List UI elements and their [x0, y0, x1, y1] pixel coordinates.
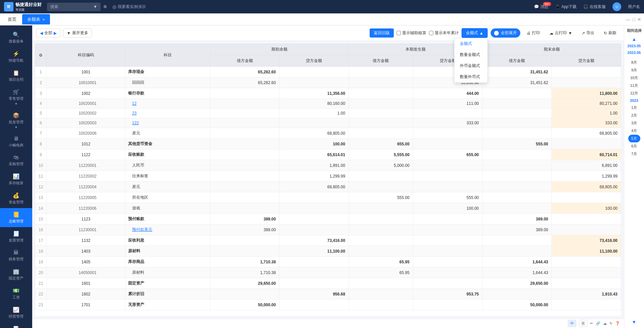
tab-close-icon[interactable]: ✕ [42, 18, 45, 21]
sidebar-item-assets[interactable]: 🏢 固定资产 [0, 265, 32, 284]
sidebar-item-retail[interactable]: 🛒 零售管理 ▼ [0, 85, 32, 109]
subject-name[interactable]: 23 [125, 109, 210, 118]
window-close[interactable]: ✕ [637, 17, 641, 22]
subject-code: 1122 [47, 149, 125, 160]
demo-link[interactable]: ◎ 我要看实例演示 [112, 4, 146, 10]
scroll-down-btn[interactable]: ▼ [631, 319, 637, 325]
return-old-btn[interactable]: 返回旧版 [370, 28, 394, 38]
close-debit-cell [482, 182, 552, 192]
sync-icon[interactable]: ↻ [609, 321, 612, 326]
sidebar-item-purchase[interactable]: 🛍 采购管理 [0, 151, 32, 170]
scroll-up-btn[interactable]: ▲ [631, 36, 637, 43]
toggle-circle [494, 31, 499, 36]
sidebar-item-ledger[interactable]: 📒 总账管理 [0, 208, 32, 227]
window-minimize[interactable]: — [626, 17, 631, 22]
month-6[interactable]: 6月 [628, 142, 640, 150]
cur-credit-cell: 655.00 [413, 149, 482, 160]
refresh-btn[interactable]: ↻ 刷新 [600, 28, 620, 38]
auxiliary-checkbox[interactable] [396, 31, 401, 35]
amount-style-btn[interactable]: 金额式 ▲ [462, 28, 488, 38]
subject-code: 10020006 [47, 128, 125, 139]
cloud-save-icon[interactable]: ☁ [603, 321, 607, 326]
print-btn[interactable]: 🖨 打印 [523, 28, 543, 38]
top-bar: 财 畅捷通好业财 专业版 搜索 ▼ ⚙ ◎ 我要看实例演示 💬 消息 99+ 📱… [0, 0, 644, 13]
quicknav-icon: ⚡ [13, 51, 19, 57]
cur-credit-cell [413, 182, 482, 192]
cur-credit-cell [413, 139, 482, 149]
month-12[interactable]: 12月 [628, 89, 640, 97]
cur-credit-cell: 444.00 [413, 88, 482, 99]
settings-col-header[interactable]: ⚙ [35, 44, 47, 67]
close-debit-cell [482, 289, 552, 300]
month-7[interactable]: 7月 [628, 150, 640, 158]
sidebar-item-invoice[interactable]: 🧾 发票管理 [0, 227, 32, 246]
edit-icon[interactable]: ✏ [590, 321, 593, 326]
month-9[interactable]: 9月 [628, 66, 640, 74]
close-credit-cell: 100.00 [552, 203, 621, 214]
menu-foreign-amount[interactable]: 外币金额式 [454, 60, 487, 71]
close-credit-cell: 80,271.00 [552, 99, 621, 109]
show-auxiliary-check[interactable]: 显示辅助核算 [396, 30, 426, 36]
online-service-btn[interactable]: 🎧 在线客服 [583, 4, 606, 10]
close-debit-cell [482, 99, 552, 109]
export-btn[interactable]: ↗ 导出 [578, 28, 598, 38]
window-maximize[interactable]: □ [633, 17, 635, 22]
sidebar-item-tax[interactable]: 🏛 税务管理 [0, 246, 32, 265]
amount-style-dropdown[interactable]: 金额式 ▲ 金额式 数量金额式 外币金额式 数量外币式 [462, 28, 488, 38]
sidebar-item-quicknav[interactable]: ⚡ 快捷导航 [0, 47, 32, 66]
month-10[interactable]: 10月 [628, 74, 640, 82]
row-number: 23 [35, 300, 47, 310]
sidebar-item-ecommerce[interactable]: 🖥 小畅电商 [0, 132, 32, 151]
help-icon[interactable]: ❓ [615, 321, 620, 326]
subject-name[interactable]: 122 [125, 118, 210, 128]
show-ytd-check[interactable]: 显示本年累计 [429, 30, 459, 36]
open-debit-cell [210, 203, 279, 214]
sidebar-item-inventory[interactable]: 📊 库存核算 [0, 170, 32, 189]
cloud-print-btn[interactable]: ☁ 云打印 ▼ [546, 28, 576, 38]
notification-btn[interactable]: 💬 消息 99+ [534, 4, 548, 10]
menu-qty-foreign[interactable]: 数量外币式 [454, 71, 487, 82]
subject-name[interactable]: 12 [125, 99, 210, 109]
sidebar-item-reports[interactable]: 📑 小畅报销 [0, 322, 32, 328]
settings-icon[interactable]: ⚙ [103, 4, 107, 9]
retail-arrow: ▼ [15, 102, 18, 106]
search-menu-icon: 🔍 [13, 31, 19, 38]
lang-en-btn[interactable]: 英 [579, 320, 587, 327]
sidebar-item-capital[interactable]: 💰 资金管理 [0, 189, 32, 208]
link-icon[interactable]: 🔗 [596, 321, 600, 326]
sidebar-item-project[interactable]: 📋 项目合同 [0, 66, 32, 85]
row-number: 13 [35, 192, 47, 203]
menu-qty-amount[interactable]: 数量金额式 [454, 49, 487, 60]
expand-all-toggle[interactable]: 全部展开 [490, 28, 521, 38]
sidebar-item-salary[interactable]: 💵 工资 [0, 284, 32, 303]
search-box[interactable]: 搜索 ▼ [47, 3, 101, 11]
all-nav-btn[interactable]: ◀ 全部 ▶ [36, 28, 60, 38]
month-8[interactable]: 8月 [628, 59, 640, 66]
user-avatar[interactable]: U [612, 2, 621, 11]
cur-debit-cell [349, 278, 413, 289]
month-1[interactable]: 1月 [628, 104, 640, 112]
ytd-checkbox[interactable] [429, 31, 433, 35]
month-4[interactable]: 4月 [628, 127, 640, 135]
sidebar-item-search[interactable]: 🔍 搜索菜单 [0, 28, 32, 47]
notif-icon: 💬 [534, 4, 539, 9]
month-3[interactable]: 3月 [628, 119, 640, 127]
tab-balance[interactable]: 余额表 ✕ [22, 14, 50, 24]
close-debit-cell: 31,451.62 [482, 77, 552, 88]
tab-home[interactable]: 首页 [3, 14, 21, 24]
auxiliary-label: 显示辅助核算 [402, 30, 426, 36]
cur-debit-cell: 555.00 [349, 192, 413, 203]
expand-more-btn[interactable]: ▼ 展开更多 [63, 28, 92, 38]
menu-amount[interactable]: 金额式 [454, 38, 487, 49]
code-col-header: 科目编码 [47, 44, 125, 67]
sidebar-item-operations[interactable]: 📈 经营管理 [0, 303, 32, 322]
subject-name: 银行存款 [125, 88, 210, 99]
app-download-btn[interactable]: 📱 App下载 [555, 4, 577, 10]
month-5[interactable]: 5月 [628, 135, 640, 142]
open-credit-cell: 1,891.00 [279, 160, 349, 171]
month-2[interactable]: 2月 [628, 112, 640, 119]
lang-zh-btn[interactable]: 中 [568, 320, 576, 327]
sidebar-item-wholesale[interactable]: 📦 批发管理 ▼ [0, 109, 32, 132]
month-11[interactable]: 11月 [628, 82, 640, 89]
subject-name[interactable]: 预付款美元 [125, 224, 210, 235]
